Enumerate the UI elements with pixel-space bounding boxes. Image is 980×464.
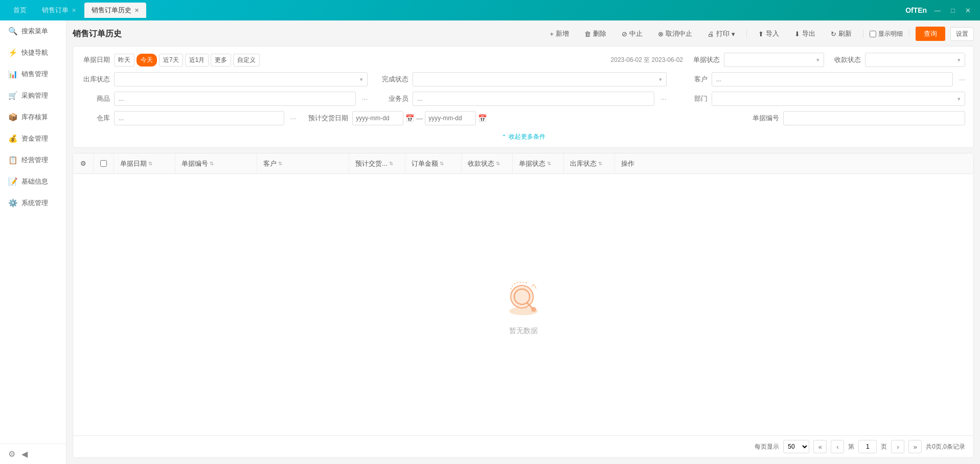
th-bill-status[interactable]: 单据状态 ⇅ bbox=[513, 153, 564, 173]
date-btn-custom[interactable]: 自定义 bbox=[233, 54, 260, 67]
th-pay-status[interactable]: 收款状态 ⇅ bbox=[462, 153, 513, 173]
bill-status-select[interactable]: ▾ bbox=[724, 53, 824, 67]
salesperson-dots[interactable]: ··· bbox=[660, 95, 667, 103]
th-pay-status-sort[interactable]: ⇅ bbox=[496, 161, 500, 166]
th-settings[interactable]: ⚙ bbox=[73, 153, 94, 173]
filter-bill-date: 单据日期 昨天 今天 近7天 近1月 更多 自定义 bbox=[81, 54, 603, 67]
tab-sales-order-close[interactable]: ✕ bbox=[72, 7, 76, 14]
tab-sales-order-history-close[interactable]: ✕ bbox=[134, 7, 139, 14]
th-out-status-sort[interactable]: ⇅ bbox=[598, 161, 602, 166]
tab-sales-order-history[interactable]: 销售订单历史 ✕ bbox=[84, 3, 146, 18]
show-detail-checkbox[interactable] bbox=[870, 31, 876, 37]
calendar-icon-start[interactable]: 📅 bbox=[405, 114, 414, 122]
print-button[interactable]: 🖨 打印 ▾ bbox=[702, 27, 740, 41]
th-out-status[interactable]: 出库状态 ⇅ bbox=[564, 153, 615, 173]
th-amount-sort[interactable]: ⇅ bbox=[440, 161, 444, 166]
query-button[interactable]: 查询 bbox=[916, 27, 945, 41]
total-info: 共0页,0条记录 bbox=[926, 443, 965, 451]
th-number[interactable]: 单据编号 ⇅ bbox=[175, 153, 257, 173]
import-button[interactable]: ⬆ 导入 bbox=[753, 27, 784, 41]
delivery-date-end[interactable] bbox=[425, 111, 476, 125]
sidebar-item-operations[interactable]: 📋 经营管理 bbox=[0, 149, 66, 171]
warehouse-dots[interactable]: ··· bbox=[290, 114, 297, 122]
cancel-stop-button[interactable]: ⊗ 取消中止 bbox=[653, 27, 697, 41]
th-number-sort[interactable]: ⇅ bbox=[210, 161, 214, 166]
close-btn[interactable]: ✕ bbox=[962, 6, 974, 15]
th-date[interactable]: 单据日期 ⇅ bbox=[114, 153, 175, 173]
new-button[interactable]: + 新增 bbox=[544, 27, 574, 41]
warehouse-input[interactable] bbox=[114, 111, 284, 125]
th-customer-sort[interactable]: ⇅ bbox=[278, 161, 282, 166]
receive-status-select[interactable]: ▾ bbox=[865, 53, 965, 67]
bill-number-input[interactable] bbox=[783, 111, 965, 125]
sidebar-label-system: 系统管理 bbox=[21, 198, 48, 208]
tab-home[interactable]: 首页 bbox=[6, 3, 34, 18]
page-content: 销售订单历史 + 新增 🗑 删除 ⊘ 中止 ⊗ bbox=[66, 20, 980, 464]
product-dots[interactable]: ··· bbox=[362, 95, 368, 103]
out-status-select[interactable]: ▾ bbox=[114, 72, 368, 86]
th-delivery[interactable]: 预计交货... ⇅ bbox=[349, 153, 405, 173]
filter-complete-status: 完成状态 ▾ bbox=[380, 72, 666, 86]
first-page-btn[interactable]: « bbox=[813, 440, 827, 453]
product-input[interactable] bbox=[114, 92, 356, 106]
sidebar-label-purchase-mgmt: 采购管理 bbox=[21, 91, 48, 100]
th-delivery-sort[interactable]: ⇅ bbox=[389, 161, 393, 166]
delete-button[interactable]: 🗑 删除 bbox=[579, 27, 611, 41]
date-btn-more[interactable]: 更多 bbox=[211, 54, 231, 67]
cancel-stop-label: 取消中止 bbox=[666, 29, 692, 38]
export-button[interactable]: ⬇ 导出 bbox=[789, 27, 821, 41]
show-detail-label[interactable]: 显示明细 bbox=[870, 30, 903, 38]
date-btn-1month[interactable]: 近1月 bbox=[185, 54, 209, 67]
customer-input[interactable] bbox=[712, 72, 953, 86]
stop-button[interactable]: ⊘ 中止 bbox=[617, 27, 648, 41]
toolbar-divider-2 bbox=[863, 30, 863, 38]
th-date-sort[interactable]: ⇅ bbox=[148, 161, 152, 166]
date-btn-7days[interactable]: 近7天 bbox=[159, 54, 183, 67]
complete-status-select[interactable]: ▾ bbox=[413, 72, 666, 86]
department-select[interactable]: ▾ bbox=[712, 92, 965, 106]
calendar-icon-end[interactable]: 📅 bbox=[478, 114, 487, 122]
sidebar-settings-icon[interactable]: ⚙ bbox=[8, 449, 15, 459]
sidebar-item-basic-info[interactable]: 📝 基础信息 bbox=[0, 171, 66, 192]
sidebar-item-inventory[interactable]: 📦 库存核算 bbox=[0, 106, 66, 128]
refresh-label: 刷新 bbox=[838, 29, 852, 38]
top-bar: 首页 销售订单 ✕ 销售订单历史 ✕ OfTEn — □ ✕ bbox=[0, 0, 980, 20]
th-amount[interactable]: 订单金额 ⇅ bbox=[405, 153, 462, 173]
sidebar-item-purchase-mgmt[interactable]: 🛒 采购管理 bbox=[0, 85, 66, 106]
sidebar-item-system[interactable]: ⚙️ 系统管理 bbox=[0, 192, 66, 214]
per-page-select[interactable]: 10 20 50 100 bbox=[783, 440, 809, 453]
sidebar-item-quick-nav[interactable]: ⚡ 快捷导航 bbox=[0, 42, 66, 63]
check-all-checkbox[interactable] bbox=[100, 160, 107, 167]
date-btn-today[interactable]: 今天 bbox=[136, 54, 157, 67]
delivery-date-start[interactable] bbox=[352, 111, 403, 125]
prev-page-btn[interactable]: ‹ bbox=[831, 440, 844, 453]
sidebar-item-search-menu[interactable]: 🔍 搜索菜单 bbox=[0, 20, 66, 42]
last-page-btn[interactable]: » bbox=[908, 440, 922, 453]
th-bill-status-label: 单据状态 bbox=[519, 159, 545, 168]
salesperson-input[interactable] bbox=[413, 92, 654, 106]
tab-bar: 首页 销售订单 ✕ 销售订单历史 ✕ bbox=[6, 3, 905, 18]
complete-status-label: 完成状态 bbox=[380, 75, 408, 84]
maximize-btn[interactable]: □ bbox=[948, 6, 958, 15]
next-page-btn[interactable]: › bbox=[891, 440, 904, 453]
filter-row-2: 出库状态 ▾ 完成状态 ▾ 客户 bbox=[81, 72, 965, 86]
date-btn-yesterday[interactable]: 昨天 bbox=[114, 54, 134, 67]
operations-icon: 📋 bbox=[8, 156, 17, 165]
refresh-button[interactable]: ↻ 刷新 bbox=[826, 27, 857, 41]
filter-product: 商品 ··· bbox=[81, 92, 368, 106]
tab-sales-order[interactable]: 销售订单 ✕ bbox=[35, 3, 83, 18]
collapse-bar[interactable]: ⌃ 收起更多条件 bbox=[81, 130, 965, 141]
page-input[interactable] bbox=[858, 440, 877, 453]
sidebar-item-sales-mgmt[interactable]: 📊 销售管理 bbox=[0, 63, 66, 85]
sidebar-collapse-icon[interactable]: ◀ bbox=[21, 449, 28, 459]
th-check[interactable] bbox=[94, 153, 114, 173]
customer-dots[interactable]: ··· bbox=[959, 75, 965, 83]
bill-status-arrow: ▾ bbox=[816, 57, 819, 63]
th-bill-status-sort[interactable]: ⇅ bbox=[547, 161, 551, 166]
settings-button[interactable]: 设置 bbox=[950, 27, 974, 41]
department-label: 部门 bbox=[679, 94, 708, 103]
th-customer[interactable]: 客户 ⇅ bbox=[257, 153, 349, 173]
th-action-label: 操作 bbox=[621, 159, 634, 168]
minimize-btn[interactable]: — bbox=[931, 6, 944, 15]
sidebar-item-finance[interactable]: 💰 资金管理 bbox=[0, 128, 66, 149]
